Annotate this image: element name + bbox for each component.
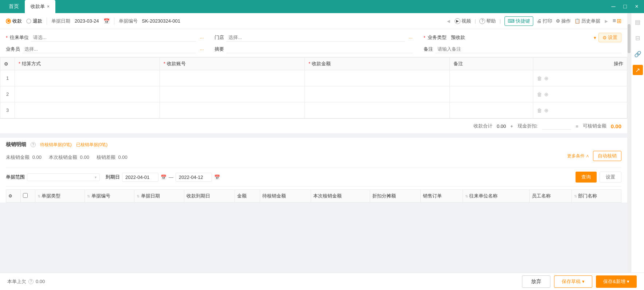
date-from-input[interactable] (122, 173, 158, 182)
radio-return[interactable]: 退款 (26, 18, 42, 24)
reconcile-stats: 未核销金额 0.00 本次核销金额 0.00 核销差额 0.00 更多条件 ∧ … (6, 151, 621, 164)
unreconciled-label: 未核销金额 (6, 154, 30, 160)
table-settings-col[interactable]: ⚙ (0, 58, 15, 70)
tab-active[interactable]: 收款单 × (25, 0, 55, 13)
scrollbar-track (627, 13, 631, 273)
quota-info-icon[interactable]: ? (28, 279, 34, 284)
cell-remark-1[interactable] (449, 70, 533, 86)
form-row-2: 业务员 ··· 摘要 备注 (6, 45, 621, 53)
cell-account-2[interactable] (160, 86, 305, 102)
toolbar-divider-2 (114, 17, 114, 25)
save-draft-button[interactable]: 保存草稿 ▾ (554, 275, 592, 288)
table-footer: 收款合计 0.00 + 现金折扣: = 可核销金额 0.00 (0, 118, 627, 133)
store-ellipsis-icon[interactable]: ··· (409, 35, 413, 40)
maximize-button[interactable]: □ (621, 2, 629, 11)
reconcile-info-icon[interactable]: ? (31, 142, 36, 147)
reconcile-settings-button[interactable]: 设置 (600, 172, 621, 183)
panel-icon-expand[interactable]: ↗ (633, 65, 643, 75)
panel-icon-table[interactable]: ▤ (633, 17, 643, 27)
shortcut-btn[interactable]: ⌨ 快捷键 (504, 16, 533, 26)
select-all-checkbox[interactable] (23, 193, 28, 198)
cell-amount-1[interactable] (305, 70, 449, 86)
operations-btn[interactable]: ⚙ 操作 (556, 18, 571, 24)
pending-tab[interactable]: 待核销单据(0笔) (40, 142, 72, 148)
calendar-to-icon[interactable]: 📅 (214, 175, 220, 180)
settings-button[interactable]: ⚙ 设置 (598, 33, 621, 42)
auto-reconcile-button[interactable]: 自动核销 (593, 151, 621, 161)
done-tab[interactable]: 已核销单据(0笔) (76, 142, 108, 148)
store-input[interactable] (226, 34, 405, 42)
tab-home[interactable]: 首页 (3, 0, 25, 13)
plus-sign: + (510, 124, 513, 129)
video-btn[interactable]: ▶ 视频 (455, 18, 471, 24)
remark-input[interactable] (435, 45, 621, 53)
col-pending-label: 待核销金额 (262, 193, 286, 199)
bottom-col-gear[interactable]: ⚙ (6, 190, 21, 203)
salesperson-ellipsis-icon[interactable]: ··· (200, 47, 204, 52)
tab-bar: 首页 收款单 × ─ □ × (0, 0, 644, 13)
reconcile-title: 核销明细 (6, 141, 26, 148)
radio-return-label: 退款 (33, 18, 42, 24)
row-ops-2: 🗑 ⊕ (537, 91, 623, 97)
bottom-col-pending: 待核销金额 (260, 190, 311, 203)
abandon-button[interactable]: 放弃 (522, 275, 550, 288)
number-label: 单据编号 (119, 18, 138, 24)
summary-input[interactable] (226, 45, 412, 53)
tab-close-icon[interactable]: × (47, 4, 50, 9)
prev-icon[interactable]: ◄ (446, 18, 451, 24)
cell-remark-3[interactable] (449, 102, 533, 118)
unreconciled-stat: 未核销金额 0.00 (6, 154, 42, 161)
close-button[interactable]: × (632, 2, 641, 11)
query-button[interactable]: 查询 (576, 172, 597, 183)
delete-icon-2[interactable]: 🗑 (537, 91, 542, 97)
layout-grid-icon[interactable]: ⊞ (617, 17, 621, 24)
cell-account-3[interactable] (160, 102, 305, 118)
radio-dot-receipt (6, 19, 11, 24)
toolbar: 收款 退款 单据日期 2023-03-24 📅 单据编号 SK-20230324… (0, 13, 627, 29)
bottom-col-checkbox[interactable] (21, 190, 35, 203)
partner-label: 往来单位 (10, 34, 29, 41)
salesperson-input[interactable] (22, 45, 196, 53)
print-btn[interactable]: 🖨 打印 (537, 18, 552, 24)
date-to-input[interactable] (176, 173, 212, 182)
cell-account-1[interactable] (160, 70, 305, 86)
panel-icon-list[interactable]: ⊟ (633, 33, 643, 43)
partner-ellipsis-icon[interactable]: ··· (200, 35, 204, 40)
cell-amount-3[interactable] (305, 102, 449, 118)
scrollbar-thumb[interactable] (628, 24, 631, 53)
minimize-button[interactable]: ─ (609, 2, 618, 11)
partner-input[interactable] (31, 34, 196, 42)
store-field: 门店 ··· (204, 34, 412, 42)
col-date-label: 单据日期 (141, 193, 160, 199)
settings-label: 设置 (608, 34, 617, 41)
calendar-icon[interactable]: 📅 (103, 18, 110, 24)
shortcut-icon: ⌨ (508, 18, 515, 24)
copy-icon-2[interactable]: ⊕ (544, 91, 549, 97)
more-conditions-link[interactable]: 更多条件 ∧ (567, 153, 589, 159)
copy-icon-1[interactable]: ⊕ (544, 75, 549, 81)
col-due-label: 收款到期日 (186, 193, 210, 199)
delete-icon-3[interactable]: 🗑 (537, 107, 542, 113)
cell-remark-2[interactable] (449, 86, 533, 102)
cell-settlement-1[interactable] (15, 70, 160, 86)
salesperson-label: 业务员 (6, 46, 20, 52)
range-select[interactable]: ▾ (27, 173, 100, 181)
delete-icon-1[interactable]: 🗑 (537, 75, 542, 81)
copy-icon-3[interactable]: ⊕ (544, 107, 549, 113)
cell-settlement-3[interactable] (15, 102, 160, 118)
discount-input[interactable] (542, 122, 571, 130)
cell-settlement-2[interactable] (15, 86, 160, 102)
help-btn[interactable]: ? 帮助 (479, 18, 496, 24)
panel-icon-link[interactable]: 🔗 (633, 49, 643, 59)
business-type-dropdown-icon[interactable]: ▾ (594, 35, 596, 40)
save-new-button[interactable]: 保存&新增 ▾ (596, 275, 637, 288)
radio-receipt[interactable]: 收款 (6, 18, 22, 24)
main-wrapper: 收款 退款 单据日期 2023-03-24 📅 单据编号 SK-20230324… (0, 13, 644, 273)
quota-value: 0.00 (36, 279, 45, 284)
layout-list-icon[interactable]: ≡ (613, 17, 616, 24)
next-icon[interactable]: ► (604, 18, 609, 24)
history-btn[interactable]: 📋 历史单据 (574, 18, 600, 24)
row-num-1: 1 (0, 70, 15, 86)
calendar-from-icon[interactable]: 📅 (161, 175, 166, 180)
cell-amount-2[interactable] (305, 86, 449, 102)
